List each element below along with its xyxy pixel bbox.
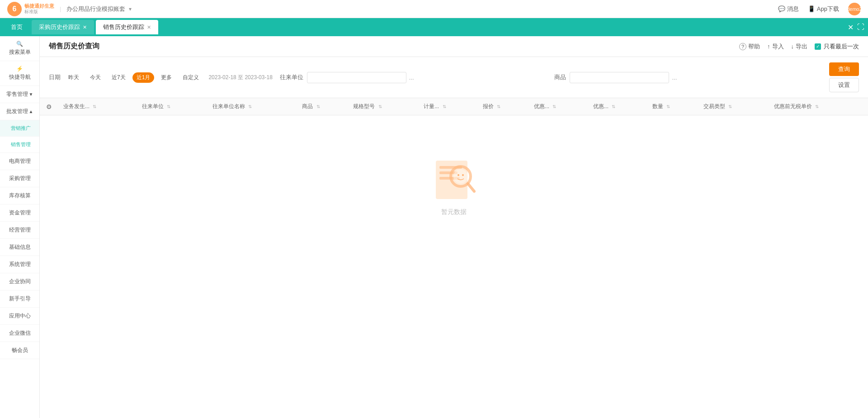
sort-price-icon: ⇅ (497, 104, 500, 109)
sidebar-item-system[interactable]: 系统管理 (0, 256, 39, 273)
sidebar-item-wholesale[interactable]: 批发管理 ▲ (0, 103, 39, 120)
avatar: demo2 (848, 3, 861, 15)
product-dots-icon[interactable]: ... (669, 74, 679, 81)
customer-input-wrap: ... (307, 72, 547, 83)
empty-text: 暂元数据 (441, 208, 467, 216)
product-input[interactable] (570, 72, 669, 83)
close-window-icon[interactable]: ✕ (848, 23, 854, 32)
sidebar-item-guide[interactable]: 新手引导 (0, 290, 39, 308)
date-btn-more[interactable]: 更多 (157, 72, 176, 83)
import-icon: ↑ (767, 43, 770, 50)
import-button[interactable]: ↑ 导入 (767, 43, 784, 51)
sidebar-item-member[interactable]: 畅会员 (0, 342, 39, 359)
empty-illustration (427, 152, 481, 203)
svg-line-8 (468, 184, 474, 191)
svg-point-9 (458, 174, 459, 176)
help-button[interactable]: ? 帮助 (739, 43, 760, 51)
table-header: ⚙ 业务发生... ⇅ 往来单位 ⇅ 往来单位名称 ⇅ (40, 98, 868, 115)
sidebar-item-operations[interactable]: 经营管理 (0, 222, 39, 239)
th-customer-id[interactable]: 往来单位 ⇅ (137, 98, 207, 115)
tab-bar-actions: ✕ ⛶ (848, 23, 864, 32)
page-title-row: 销售历史价查询 ? 帮助 ↑ 导入 ↓ 导出 (49, 42, 859, 51)
svg-point-10 (462, 174, 464, 176)
sort-customer-name-icon: ⇅ (248, 104, 252, 109)
phone-icon: 📱 (808, 5, 815, 12)
gear-icon[interactable]: ⚙ (46, 103, 52, 110)
sidebar-item-wechat[interactable]: 企业微信 (0, 325, 39, 342)
date-label: 日期 (49, 73, 61, 81)
query-button[interactable]: 查询 (829, 62, 859, 76)
app-logo-icon: 6 (7, 2, 22, 16)
page-title: 销售历史价查询 (49, 42, 99, 51)
only-last-checkbox-wrap[interactable]: ✓ 只看最后一次 (815, 43, 859, 51)
th-customer-name[interactable]: 往来单位名称 ⇅ (207, 98, 297, 115)
sidebar-item-sales-mgmt[interactable]: 销售管理 (0, 137, 39, 153)
sidebar-item-purchase[interactable]: 采购管理 (0, 170, 39, 187)
th-gear[interactable]: ⚙ (40, 98, 58, 115)
tab-purchase[interactable]: 采购历史价跟踪 ✕ (32, 20, 94, 34)
shortcuts-icon: ⚡ (16, 66, 23, 72)
th-quantity[interactable]: 数量 ⇅ (647, 98, 698, 115)
maximize-icon[interactable]: ⛶ (857, 23, 864, 32)
sidebar-item-inventory[interactable]: 库存核算 (0, 187, 39, 204)
app-download-action[interactable]: 📱 App下载 (808, 5, 839, 13)
date-btn-custom[interactable]: 自定义 (179, 72, 203, 83)
sidebar-item-finance[interactable]: 资金管理 (0, 204, 39, 222)
wholesale-arrow-icon: ▲ (29, 109, 33, 114)
message-action[interactable]: 💬 消息 (778, 5, 799, 13)
empty-row: 暂元数据 (40, 115, 868, 253)
breadcrumb: 办公用品行业模拟账套 (66, 5, 125, 13)
th-discount1[interactable]: 优惠... ⇅ (528, 98, 588, 115)
empty-svg (427, 152, 481, 201)
settings-button[interactable]: 设置 (829, 78, 859, 92)
product-input-wrap: ... (570, 72, 822, 83)
date-btn-yesterday[interactable]: 昨天 (64, 72, 83, 83)
tab-sales-close-icon[interactable]: ✕ (147, 25, 151, 30)
empty-state: 暂元数据 (40, 115, 868, 252)
header-right: 💬 消息 📱 App下载 demo2 (778, 3, 861, 15)
sidebar-item-retail[interactable]: 零售管理 ▼ (0, 86, 39, 103)
sidebar-item-enterprise[interactable]: 企业协同 (0, 273, 39, 290)
tab-sales[interactable]: 销售历史价跟踪 ✕ (96, 20, 158, 34)
tab-purchase-close-icon[interactable]: ✕ (83, 25, 87, 30)
export-button[interactable]: ↓ 导出 (791, 43, 808, 51)
svg-text:6: 6 (13, 5, 17, 13)
filter-row: 日期 昨天 今天 近7天 近1月 更多 自定义 2023-02-18 至 202… (40, 57, 868, 98)
sort-customer-id-icon: ⇅ (167, 104, 170, 109)
date-btn-today[interactable]: 今天 (86, 72, 105, 83)
breadcrumb-dropdown-icon[interactable]: ▾ (129, 6, 132, 12)
sidebar-item-ecommerce[interactable]: 电商管理 (0, 153, 39, 170)
th-spec[interactable]: 规格型号 ⇅ (348, 98, 418, 115)
th-unit[interactable]: 计量... ⇅ (418, 98, 477, 115)
only-last-checkbox[interactable]: ✓ (815, 43, 821, 50)
tab-sales-label: 销售历史价跟踪 (103, 23, 144, 31)
action-buttons: 查询 设置 (829, 62, 859, 92)
th-biz-date[interactable]: 业务发生... ⇅ (58, 98, 137, 115)
date-btn-1month[interactable]: 近1月 (132, 72, 155, 83)
th-product[interactable]: 商品 ⇅ (297, 98, 348, 115)
tab-purchase-label: 采购历史价跟踪 (39, 23, 80, 31)
sidebar-item-app-center[interactable]: 应用中心 (0, 308, 39, 325)
sidebar-item-search[interactable]: 🔍 搜索菜单 (0, 36, 39, 61)
sidebar-item-shortcuts[interactable]: ⚡ 快捷导航 (0, 61, 39, 86)
customer-dots-icon[interactable]: ... (406, 74, 417, 81)
table-wrap: ⚙ 业务发生... ⇅ 往来单位 ⇅ 往来单位名称 ⇅ (40, 98, 868, 418)
user-profile[interactable]: demo2 (848, 3, 861, 15)
sort-trade-type-icon: ⇅ (728, 104, 732, 109)
sort-quantity-icon: ⇅ (666, 104, 670, 109)
th-price[interactable]: 报价 ⇅ (477, 98, 528, 115)
th-discount2[interactable]: 优惠... ⇅ (588, 98, 647, 115)
th-trade-type[interactable]: 交易类型 ⇅ (698, 98, 769, 115)
date-btn-7days[interactable]: 近7天 (108, 72, 130, 83)
sidebar-item-marketing[interactable]: 营销推广 (0, 120, 39, 137)
th-pre-tax[interactable]: 优惠前无税单价 ⇅ (769, 98, 868, 115)
sidebar-item-basic[interactable]: 基础信息 (0, 239, 39, 256)
message-icon: 💬 (778, 5, 785, 12)
svg-point-7 (453, 169, 468, 184)
customer-input[interactable] (307, 72, 406, 83)
tab-home[interactable]: 首页 (4, 20, 30, 34)
help-icon: ? (739, 43, 746, 50)
export-icon: ↓ (791, 43, 794, 50)
date-filter-group: 日期 昨天 今天 近7天 近1月 更多 自定义 2023-02-18 至 202… (49, 72, 273, 83)
top-header: 6 畅捷通好生意 标准版 | 办公用品行业模拟账套 ▾ 💬 消息 📱 App下载… (0, 0, 868, 18)
